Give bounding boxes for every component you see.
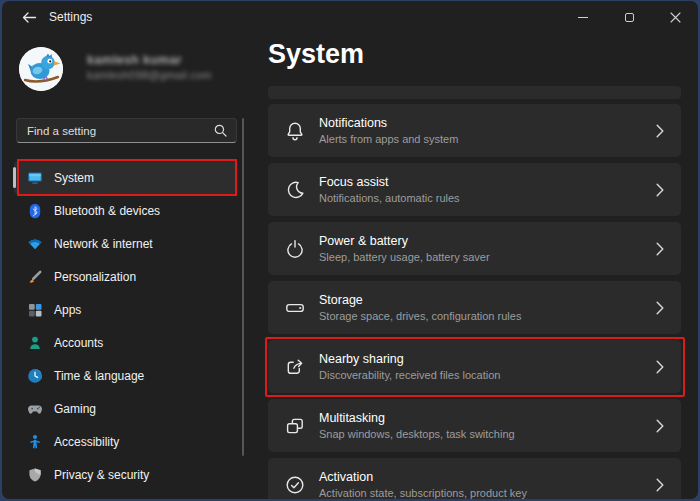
minimize-button[interactable] (560, 1, 606, 33)
sidebar-item-network[interactable]: Network & internet (14, 227, 238, 260)
card-title: Storage (319, 293, 656, 308)
sidebar-item-accounts[interactable]: Accounts (14, 326, 238, 359)
profile-email: kamlesh098@gmail.com (87, 69, 212, 81)
sidebar-item-personalization[interactable]: Personalization (14, 260, 238, 293)
paintbrush-icon (27, 269, 43, 285)
partially-scrolled-card[interactable] (268, 86, 681, 99)
card-title: Nearby sharing (319, 352, 656, 367)
card-subtitle: Activation state, subscriptions, product… (319, 486, 656, 500)
settings-window: Settings kamlesh kumar (2, 1, 698, 499)
selected-item-accent-pill (13, 167, 16, 188)
maximize-button[interactable] (606, 1, 652, 33)
chevron-right-icon (656, 360, 664, 374)
card-notifications[interactable]: Notifications Alerts from apps and syste… (268, 104, 681, 157)
drive-icon (283, 296, 307, 320)
sidebar-item-accessibility[interactable]: Accessibility (14, 425, 238, 458)
maximize-icon (625, 13, 634, 22)
sidebar-item-privacy[interactable]: Privacy & security (14, 458, 238, 491)
card-nearby-sharing[interactable]: Nearby sharing Discoverability, received… (268, 340, 681, 393)
bluetooth-icon (27, 203, 43, 219)
chevron-right-icon (656, 301, 664, 315)
wifi-icon (27, 236, 43, 252)
close-button[interactable] (652, 1, 698, 33)
minimize-icon (578, 17, 588, 18)
card-title: Focus assist (319, 175, 656, 190)
bell-icon (283, 119, 307, 143)
back-button[interactable] (16, 5, 42, 29)
card-subtitle: Discoverability, received files location (319, 368, 656, 382)
card-multitasking[interactable]: Multitasking Snap windows, desktops, tas… (268, 399, 681, 452)
card-title: Power & battery (319, 234, 656, 249)
moon-icon (283, 178, 307, 202)
chevron-right-icon (656, 419, 664, 433)
shield-icon (27, 467, 43, 483)
sidebar-item-label: Accounts (54, 336, 103, 350)
check-circle-icon (283, 473, 307, 497)
chevron-right-icon (656, 478, 664, 492)
sidebar-item-label: Privacy & security (54, 468, 149, 482)
card-title: Activation (319, 470, 656, 485)
accessibility-icon (27, 434, 43, 450)
search-box[interactable] (16, 118, 237, 143)
chevron-right-icon (656, 242, 664, 256)
card-subtitle: Storage space, drives, configuration rul… (319, 309, 656, 323)
card-subtitle: Sleep, battery usage, battery saver (319, 250, 656, 264)
sidebar-item-time-language[interactable]: Time & language (14, 359, 238, 392)
bird-avatar-image (19, 47, 63, 91)
chevron-right-icon (656, 124, 664, 138)
gamepad-icon (27, 401, 43, 417)
profile-name: kamlesh kumar (87, 53, 182, 67)
card-focus-assist[interactable]: Focus assist Notifications, automatic ru… (268, 163, 681, 216)
search-icon (214, 124, 227, 137)
card-storage[interactable]: Storage Storage space, drives, configura… (268, 281, 681, 334)
windows-stack-icon (283, 414, 307, 438)
card-subtitle: Snap windows, desktops, task switching (319, 427, 656, 441)
card-title: Multitasking (319, 411, 656, 426)
sidebar-item-system[interactable]: System (14, 161, 238, 194)
sidebar-item-label: Gaming (54, 402, 96, 416)
titlebar: Settings (2, 1, 698, 33)
search-input[interactable] (17, 125, 214, 137)
window-title: Settings (49, 1, 92, 33)
sidebar-item-label: Personalization (54, 270, 136, 284)
card-activation[interactable]: Activation Activation state, subscriptio… (268, 458, 681, 499)
back-arrow-icon (22, 11, 37, 24)
card-subtitle: Alerts from apps and system (319, 132, 656, 146)
sidebar-scrollbar[interactable] (242, 118, 244, 456)
page-title: System (268, 39, 364, 70)
sidebar-item-label: Bluetooth & devices (54, 204, 160, 218)
clock-icon (27, 368, 43, 384)
card-power-battery[interactable]: Power & battery Sleep, battery usage, ba… (268, 222, 681, 275)
avatar[interactable] (19, 47, 63, 91)
sidebar-item-apps[interactable]: Apps (14, 293, 238, 326)
display-icon (27, 170, 43, 186)
sidebar-item-label: Accessibility (54, 435, 119, 449)
sidebar-item-label: Network & internet (54, 237, 153, 251)
close-icon (670, 12, 681, 23)
chevron-right-icon (656, 183, 664, 197)
apps-grid-icon (27, 302, 43, 318)
sidebar-item-label: System (54, 171, 94, 185)
card-subtitle: Notifications, automatic rules (319, 191, 656, 205)
sidebar-item-gaming[interactable]: Gaming (14, 392, 238, 425)
power-icon (283, 237, 307, 261)
sidebar-item-bluetooth[interactable]: Bluetooth & devices (14, 194, 238, 227)
card-title: Notifications (319, 116, 656, 131)
sidebar-item-label: Apps (54, 303, 81, 317)
sidebar-item-label: Time & language (54, 369, 144, 383)
person-icon (27, 335, 43, 351)
share-icon (283, 355, 307, 379)
